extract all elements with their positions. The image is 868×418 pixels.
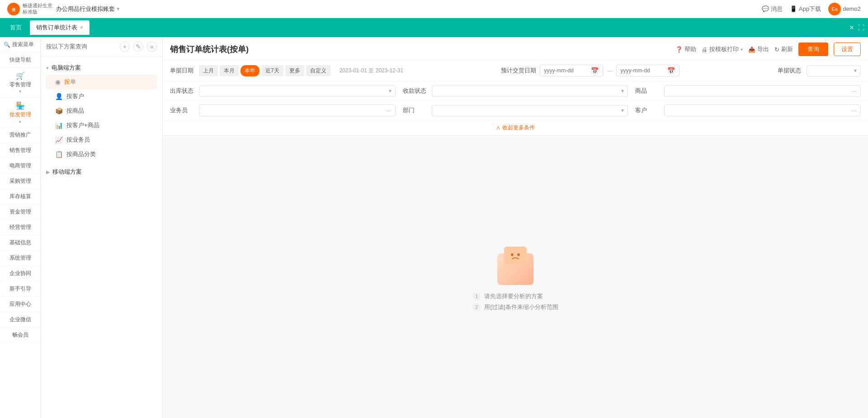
expected-date-end-input[interactable] bbox=[620, 67, 665, 74]
empty-illustration bbox=[488, 240, 542, 285]
customer-input-wrap[interactable]: ··· bbox=[664, 104, 861, 116]
avatar: Ea bbox=[828, 3, 841, 15]
sidebar-item-operation-label: 经营管理 bbox=[9, 223, 31, 231]
sidebar-item-appstore[interactable]: 应用中心 bbox=[0, 297, 40, 312]
add-scheme-btn[interactable]: + bbox=[120, 42, 130, 52]
scheme-by-product[interactable]: 📦 按商品 bbox=[46, 104, 157, 118]
calendar-end-icon: 📅 bbox=[667, 67, 675, 74]
logo-text: 畅捷通好生意 标准版 bbox=[23, 3, 52, 14]
retail-arrow-icon: ▾ bbox=[19, 89, 21, 94]
refresh-btn[interactable]: ↻ 刷新 bbox=[774, 45, 793, 53]
date-btn-last-month[interactable]: 上月 bbox=[199, 65, 218, 76]
export-btn[interactable]: 📤 导出 bbox=[748, 45, 769, 53]
receipt-status-select-wrap[interactable]: ▾ bbox=[432, 86, 628, 97]
date-btn-more[interactable]: 更多 bbox=[285, 65, 304, 76]
breadcrumb-area: 办公用品行业模拟账套 ▾ bbox=[56, 5, 120, 13]
sidebar-item-sales[interactable]: 销售管理 bbox=[0, 143, 40, 158]
app-download-btn[interactable]: 📱 App下载 bbox=[790, 5, 821, 13]
svg-rect-2 bbox=[505, 247, 526, 264]
date-separator: — bbox=[607, 67, 613, 74]
sidebar-item-newbie[interactable]: 新手引导 bbox=[0, 281, 40, 297]
product-more-icon[interactable]: ··· bbox=[851, 87, 857, 95]
scheme-product-label: 按商品 bbox=[66, 107, 84, 115]
top-bar-left: 捷 畅捷通好生意 标准版 办公用品行业模拟账套 ▾ bbox=[7, 3, 120, 15]
date-btn-this-year[interactable]: 本年 bbox=[241, 65, 259, 76]
help-btn[interactable]: ❓ 帮助 bbox=[675, 45, 696, 53]
scheme-by-salesperson[interactable]: 📈 按业务员 bbox=[46, 133, 157, 147]
edit-scheme-btn[interactable]: ✎ bbox=[133, 42, 143, 52]
pc-scheme-group: ▾ 电脑端方案 ◉ 按单 👤 按客户 📦 按商品 bbox=[41, 59, 162, 163]
tab-active[interactable]: 销售订单统计表 × bbox=[30, 20, 90, 35]
expected-date-end[interactable]: 📅 bbox=[616, 65, 679, 76]
customer-more-icon[interactable]: ··· bbox=[851, 107, 857, 114]
date-btn-this-month[interactable]: 本月 bbox=[220, 65, 239, 76]
sidebar-item-system-label: 系统管理 bbox=[9, 254, 31, 262]
sidebar-item-finance[interactable]: 资金管理 bbox=[0, 204, 40, 220]
scheme-order-label: 按单 bbox=[64, 78, 76, 86]
scheme-by-customer[interactable]: 👤 按客户 bbox=[46, 89, 157, 104]
mobile-scheme-group: ▶ 移动端方案 bbox=[41, 163, 162, 180]
tab-home[interactable]: 首页 bbox=[4, 20, 28, 35]
logo-icon: 捷 bbox=[7, 3, 20, 15]
svg-point-4 bbox=[517, 253, 520, 256]
scheme-salesperson-label: 按业务员 bbox=[66, 136, 90, 144]
sidebar-item-operation[interactable]: 经营管理 bbox=[0, 220, 40, 235]
sidebar-search[interactable]: 🔍 搜索菜单 bbox=[0, 37, 40, 52]
sidebar-item-purchase[interactable]: 采购管理 bbox=[0, 174, 40, 189]
sidebar-item-retail[interactable]: 🛒 零售管理 ▾ bbox=[0, 68, 40, 98]
mobile-group-label: 移动端方案 bbox=[52, 168, 82, 176]
customer-input[interactable] bbox=[668, 107, 849, 114]
sidebar-item-appstore-label: 应用中心 bbox=[9, 300, 31, 308]
sidebar-nav-label[interactable]: 快捷导航 bbox=[0, 52, 40, 68]
date-btn-last7[interactable]: 近7天 bbox=[261, 65, 283, 76]
tab-bar-expand-icon[interactable]: ⛶ bbox=[858, 24, 864, 31]
sidebar-item-ecommerce[interactable]: 电商管理 bbox=[0, 158, 40, 174]
bill-status-select-wrap[interactable]: ▾ bbox=[807, 65, 861, 76]
scheme-by-order[interactable]: ◉ 按单 bbox=[46, 75, 157, 89]
print-btn[interactable]: 🖨 按模板打印 ▾ bbox=[702, 45, 743, 53]
pc-group-toggle[interactable]: ▾ 电脑端方案 bbox=[46, 61, 157, 75]
help-icon: ❓ bbox=[675, 46, 683, 53]
expected-date-start-input[interactable] bbox=[544, 67, 589, 74]
sidebar-item-marketing[interactable]: 营销推广 bbox=[0, 128, 40, 143]
bill-status-select[interactable] bbox=[811, 67, 852, 74]
query-btn[interactable]: 查询 bbox=[798, 43, 828, 56]
salesperson-input-wrap[interactable]: ··· bbox=[199, 104, 396, 116]
scheme-by-category[interactable]: 📋 按商品分类 bbox=[46, 147, 157, 162]
sidebar-item-system[interactable]: 系统管理 bbox=[0, 251, 40, 266]
dept-select[interactable] bbox=[436, 107, 620, 114]
sidebar-item-basic[interactable]: 基础信息 bbox=[0, 235, 40, 251]
scheme-by-cust-prod[interactable]: 📊 按客户+商品 bbox=[46, 118, 157, 133]
sidebar-item-inventory[interactable]: 库存核算 bbox=[0, 189, 40, 204]
mobile-group-toggle[interactable]: ▶ 移动端方案 bbox=[46, 165, 157, 179]
receipt-status-chevron-icon: ▾ bbox=[621, 88, 624, 94]
tab-bar-close-icon[interactable]: ✕ bbox=[849, 24, 854, 31]
date-btn-custom[interactable]: 自定义 bbox=[306, 65, 330, 76]
message-btn[interactable]: 💬 消息 bbox=[762, 5, 783, 13]
expected-date-start[interactable]: 📅 bbox=[540, 65, 603, 76]
setting-btn[interactable]: 设置 bbox=[834, 43, 861, 56]
breadcrumb-chevron[interactable]: ▾ bbox=[117, 5, 120, 12]
app-icon: 📱 bbox=[790, 5, 797, 12]
product-input[interactable] bbox=[668, 88, 849, 95]
dept-select-wrap[interactable]: ▾ bbox=[432, 105, 628, 116]
export-icon: 📤 bbox=[748, 46, 755, 53]
sidebar-item-member[interactable]: 畅会员 bbox=[0, 328, 40, 343]
user-menu[interactable]: Ea demo2 bbox=[828, 3, 861, 15]
tab-close-icon[interactable]: × bbox=[80, 24, 83, 31]
sidebar-item-enterprise[interactable]: 企业协同 bbox=[0, 266, 40, 281]
wholesale-icon: 🏪 bbox=[16, 101, 25, 110]
sidebar-item-wholesale[interactable]: 🏪 批发管理 ▴ bbox=[0, 98, 40, 128]
product-input-wrap[interactable]: ··· bbox=[664, 85, 861, 97]
scheme-cust-prod-label: 按客户+商品 bbox=[66, 121, 99, 129]
salesperson-input[interactable] bbox=[203, 107, 384, 114]
salesperson-more-icon[interactable]: ··· bbox=[386, 107, 392, 114]
receipt-status-select[interactable] bbox=[436, 88, 620, 95]
collapse-bar[interactable]: ∧ 收起更多条件 bbox=[163, 120, 868, 136]
sidebar-item-wechat[interactable]: 企业微信 bbox=[0, 312, 40, 328]
out-status-select[interactable] bbox=[203, 88, 387, 95]
collapse-panel-btn[interactable]: « bbox=[147, 42, 157, 52]
sidebar-item-wholesale-label: 批发管理 bbox=[9, 111, 31, 119]
empty-hint-1: 1 请先选择要分析的方案 bbox=[472, 292, 558, 300]
out-status-select-wrap[interactable]: ▾ bbox=[199, 86, 396, 97]
